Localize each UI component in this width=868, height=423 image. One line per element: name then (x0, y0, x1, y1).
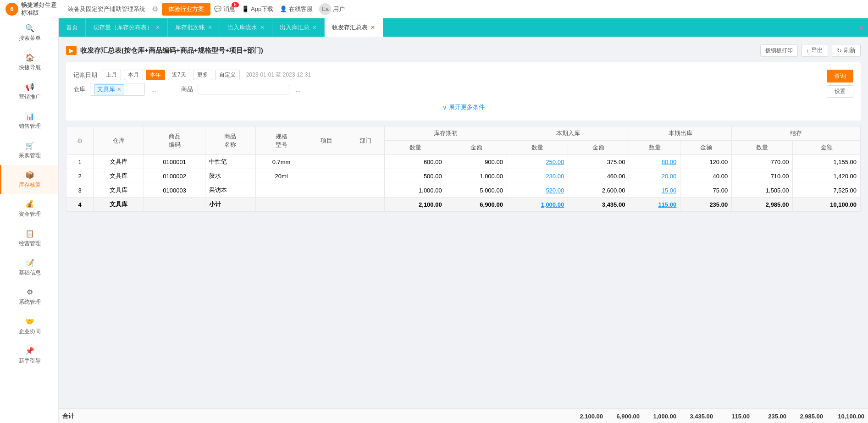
close-tab-batch[interactable]: ✕ (208, 24, 212, 31)
table-card: ⚙ 仓库 商品编码 商品名称 规格型号 项目 部门 库存期初 本期入库 本期出库… (66, 126, 861, 212)
sidebar-item-system[interactable]: ⚙ 系统管理 (0, 282, 58, 312)
warehouse-more[interactable]: ... (149, 86, 158, 93)
filter-top-row: 记账日期 上月 本月 本年 近7天 更多 自定义 2023-01-01 至 20… (73, 70, 853, 98)
search-icon: 🔍 (25, 24, 34, 33)
sidebar-item-operations[interactable]: 📋 经营管理 (0, 224, 58, 253)
th-in-qty: 数量 (507, 141, 568, 155)
app-download-button[interactable]: 📱 App下载 (242, 5, 273, 13)
date-btn-this-month[interactable]: 本月 (124, 70, 143, 80)
td-out-qty-3[interactable]: 15.00 (629, 183, 680, 198)
sidebar-item-quick[interactable]: 🏠 快捷导航 (0, 48, 58, 77)
tab-inout-flow[interactable]: 出入库流水 ✕ (220, 18, 272, 37)
sidebar-item-marketing[interactable]: 📢 营销推广 (0, 77, 58, 106)
user-menu-button[interactable]: Ea 用户 (319, 3, 345, 15)
td-open-qty-1: 600.00 (385, 155, 446, 169)
td-code-1: 0100001 (144, 155, 205, 169)
td-out-qty-2[interactable]: 20.00 (629, 169, 680, 183)
td-subtotal-close-qty: 2,985.00 (732, 198, 793, 212)
close-tab-inout-flow[interactable]: ✕ (260, 24, 265, 31)
subtotal-row: 4 文具库 小计 2,100.00 6,900.00 1,000.00 3,43… (66, 198, 861, 212)
messages-button[interactable]: 💬 消息 6 (214, 5, 235, 13)
warehouse-label: 仓库 (73, 85, 85, 93)
settings-icon[interactable]: ⚙ (152, 5, 158, 13)
td-in-qty-1[interactable]: 250.00 (507, 155, 568, 169)
td-no-2: 2 (66, 169, 94, 183)
sidebar-label-finance: 资金管理 (19, 210, 41, 218)
td-out-qty-1[interactable]: 80.00 (629, 155, 680, 169)
td-subtotal-open-qty: 2,100.00 (385, 198, 446, 212)
td-subtotal-warehouse: 文具库 (94, 198, 144, 212)
td-dept-2 (346, 169, 385, 183)
date-btn-7days[interactable]: 近7天 (168, 70, 190, 80)
remove-warehouse-tag[interactable]: ✕ (117, 87, 121, 93)
tab-inout-summary[interactable]: 出入库汇总 ✕ (272, 18, 325, 37)
th-settings[interactable]: ⚙ (66, 126, 94, 155)
total-label: 合计 (62, 412, 74, 420)
goods-more[interactable]: ... (294, 86, 303, 93)
page-title: 收发存汇总表(按仓库+商品编码+商品+规格型号+项目+部门) (80, 46, 263, 55)
td-open-amt-1: 900.00 (446, 155, 507, 169)
goods-input[interactable] (198, 85, 289, 94)
tab-recv-send[interactable]: 收发存汇总表 ✕ (325, 18, 383, 37)
online-service-button[interactable]: 👤 在线客服 (280, 5, 313, 13)
sidebar-item-search[interactable]: 🔍 搜索菜单 (0, 18, 58, 48)
td-subtotal-in-qty[interactable]: 1,000.00 (507, 198, 568, 212)
sidebar-item-purchase[interactable]: 🛒 采购管理 (0, 136, 58, 165)
close-tab-recv-send[interactable]: ✕ (370, 24, 375, 31)
sidebar-label-collab: 企业协同 (19, 328, 41, 335)
refresh-button[interactable]: ↻ 刷新 (832, 44, 861, 57)
date-btn-more[interactable]: 更多 (193, 70, 212, 80)
sidebar-item-inventory[interactable]: 📦 库存核算 (0, 165, 58, 194)
settings-button[interactable]: 设置 (827, 85, 853, 98)
date-btn-custom[interactable]: 自定义 (215, 70, 240, 80)
td-open-amt-3: 5,000.00 (446, 183, 507, 198)
close-tab-inout-summary[interactable]: ✕ (312, 24, 317, 31)
close-tab-stock-dist[interactable]: ✕ (155, 24, 160, 31)
sidebar-item-sales[interactable]: 📊 销售管理 (0, 106, 58, 136)
date-btn-last-month[interactable]: 上月 (102, 70, 121, 80)
filter-left: 记账日期 上月 本月 本年 近7天 更多 自定义 2023-01-01 至 20… (73, 70, 819, 96)
td-subtotal-open-amt: 6,900.00 (446, 198, 507, 212)
td-in-qty-2[interactable]: 230.00 (507, 169, 568, 183)
td-spec-1: 0.7mm (256, 155, 307, 169)
total-close-amt: 10,100.00 (823, 413, 864, 420)
export-button[interactable]: ↑ 导出 (802, 44, 829, 57)
chevron-down-icon: ∨ (442, 104, 447, 111)
logo-icon: 6 (6, 3, 18, 16)
tab-label-home: 首页 (66, 23, 78, 32)
td-close-qty-1: 770.00 (732, 155, 793, 169)
sidebar-label-inventory: 库存核算 (19, 181, 41, 189)
th-out: 本期出库 (629, 126, 732, 141)
sidebar-item-finance[interactable]: 💰 资金管理 (0, 194, 58, 224)
table-row: 1 文具库 0100001 中性笔 0.7mm 600.00 900.00 25… (66, 155, 861, 169)
table-gear-icon[interactable]: ⚙ (77, 137, 83, 144)
tab-batch[interactable]: 库存批次账 ✕ (168, 18, 220, 37)
td-subtotal-out-qty[interactable]: 115.00 (629, 198, 680, 212)
th-name: 商品名称 (205, 126, 255, 155)
expand-conditions-button[interactable]: ∨ 展开更多条件 (442, 103, 485, 111)
query-button[interactable]: 查询 (827, 70, 853, 82)
print-button[interactable]: 拨锁板打印 (760, 44, 798, 57)
table-row: 2 文具库 0100002 胶水 20ml 500.00 1,000.00 23… (66, 169, 861, 183)
warehouse-input[interactable]: 文具库 ✕ (90, 83, 145, 96)
sidebar-item-collab[interactable]: 🤝 企业协同 (0, 312, 58, 341)
td-subtotal-label: 小计 (205, 198, 255, 212)
tab-home[interactable]: 首页 (59, 18, 86, 37)
date-btn-this-year[interactable]: 本年 (146, 70, 165, 80)
table-header-row-1: ⚙ 仓库 商品编码 商品名称 规格型号 项目 部门 库存期初 本期入库 本期出库… (66, 126, 861, 141)
td-in-qty-3[interactable]: 520.00 (507, 183, 568, 198)
td-out-amt-3: 75.00 (680, 183, 732, 198)
trial-button[interactable]: 体验行业方案 (162, 3, 210, 16)
td-no-1: 1 (66, 155, 94, 169)
th-in-amt: 金额 (568, 141, 629, 155)
td-open-qty-2: 500.00 (385, 169, 446, 183)
td-close-qty-2: 710.00 (732, 169, 793, 183)
home-icon: 🏠 (25, 53, 34, 62)
sidebar-item-basic[interactable]: 📝 基础信息 (0, 253, 58, 282)
sidebar-label-purchase: 采购管理 (19, 152, 41, 159)
sidebar-item-guide[interactable]: 📌 新手引导 (0, 341, 58, 370)
collapse-btn[interactable]: ▶ (66, 46, 77, 55)
td-warehouse-2: 文具库 (94, 169, 144, 183)
tab-stock-dist[interactable]: 现存量（库存分布表） ✕ (86, 18, 168, 37)
close-page-button[interactable]: ✕ (855, 22, 868, 34)
